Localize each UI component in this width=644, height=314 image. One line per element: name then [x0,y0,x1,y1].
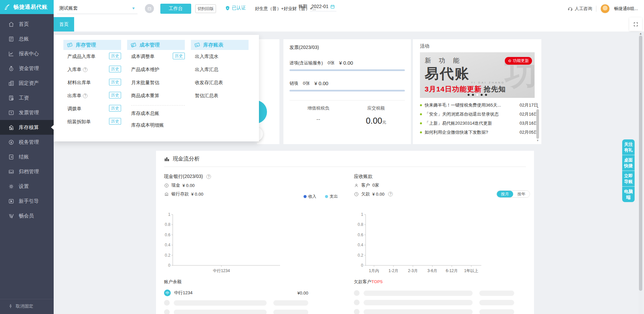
period-label: 账期 [299,3,307,11]
help-icon[interactable]: ? [206,174,211,179]
history-badge[interactable]: 历史 [109,53,121,59]
menu-item[interactable]: 材料出库单历史 [63,76,121,89]
scrollbar-thumb[interactable] [536,109,539,139]
badge-pc-client[interactable]: 电脑端 [622,187,635,202]
toggle-by-month[interactable]: 按月 [497,191,513,197]
menu-item[interactable]: 库存成本总账 [127,109,185,119]
sidebar-item-home[interactable]: 首页 [0,17,54,32]
menu-item[interactable]: 收发存汇总表 [191,76,249,89]
sidebar-item-archive[interactable]: 归档管理 [0,164,54,179]
account-set-selector[interactable]: 测试账套 ▼ [57,3,138,14]
page-scrollbar[interactable]: ▲ [639,32,643,314]
sidebar-item-label: 固定资产 [19,80,39,86]
page-scrollbar-thumb[interactable] [639,36,642,291]
scroll-down-arrow[interactable]: ▼ [536,139,539,142]
badge-desktop-shortcut[interactable]: 桌面快捷 [622,155,635,171]
menu-item[interactable]: 库存成本明细账 [127,119,185,132]
menu-item[interactable]: 产品成本维护 [127,63,185,76]
tab-home[interactable]: 首页 [54,17,74,32]
support-link[interactable]: 人工咨询 [568,6,592,12]
sidebar-item-fixed-assets[interactable]: 固定资产 [0,76,54,90]
carousel-dot[interactable] [472,94,474,96]
bullet-dot [420,122,422,124]
menu-item[interactable]: 暂估汇总表 [191,89,249,102]
history-badge[interactable]: 历史 [109,79,121,85]
menu-item[interactable]: 月末批量暂估 [127,76,185,89]
calendar-circle-button[interactable] [145,4,154,13]
svg-text:0.4: 0.4 [165,243,170,247]
switch-old-version-button[interactable]: 切到旧版 [195,4,216,13]
badge-import-now[interactable]: 立即导账 [622,171,635,187]
menu-item[interactable]: 产成品入库单历史 [63,50,121,63]
menu-item[interactable]: 成本调整单历史 [127,50,185,63]
scroll-up-arrow[interactable]: ▲ [639,32,643,36]
sidebar-item-funds[interactable]: 资金管理 [0,61,54,76]
history-badge[interactable]: 历史 [109,105,121,112]
customers-row: 客户0家 [354,182,532,188]
sidebar-item-general-ledger[interactable]: 总账 [0,32,54,46]
inventory-icon [8,124,14,131]
refresh-icon [508,59,512,63]
promo-banner[interactable]: 功 新 功 能 功能更新 易代账 YI DAI ZHANG 3月14日功能更新抢… [420,52,535,98]
chevron-down-icon: ▼ [131,6,136,10]
carousel-dot[interactable] [468,94,470,96]
user-name[interactable]: 畅捷通B组... [614,6,638,12]
ledger-icon [8,36,14,42]
activity-scrollbar[interactable]: ▲ ▼ [536,106,539,143]
menu-item[interactable]: 出入库汇总 [191,63,249,76]
help-icon[interactable]: ? [388,192,393,196]
logo-quill-icon [3,3,11,11]
carousel-dot[interactable] [476,94,478,96]
help-icon[interactable]: ? [83,93,88,98]
user-avatar[interactable] [600,4,610,13]
legend-income[interactable]: 收入 [304,194,316,199]
certified-badge[interactable]: 已认证 [225,5,246,11]
period-picker[interactable]: 2022-01 [310,4,336,11]
history-badge[interactable]: 历史 [173,53,185,59]
svg-text:0: 0 [168,263,170,268]
news-item[interactable]: 如何利用企业微信快速下发数据? 02月05日 [420,128,538,137]
vat-burden-cell: 增值税税负 -- [289,105,347,126]
sidebar-item-beginner-guide[interactable]: 新手引导 [0,194,54,208]
menu-item[interactable]: 组装拆卸单历史 [63,115,121,128]
history-badge[interactable]: 历史 [109,66,121,72]
svg-text:6-12月: 6-12月 [446,268,458,273]
news-item[interactable]: 「安全」关闭浏览器自动退出登录状态 02月16日 [420,110,538,119]
sidebar-item-tax-management[interactable]: 税务管理 [0,135,54,149]
history-badge[interactable]: 历史 [109,92,121,99]
menu-item[interactable]: 出库单?历史 [63,89,121,102]
news-item[interactable]: 快来薅羊毛！一键报税免费使用365天... 02月17日 [420,101,538,110]
history-badge[interactable]: 历史 [109,118,121,125]
menu-item[interactable]: 入库单?历史 [63,63,121,76]
badge-follow-gift[interactable]: 关注有礼 [622,139,635,155]
sidebar-item-inventory-accounting[interactable]: 库存核算 [0,120,54,135]
balance-row[interactable]: 中 中行1234 ¥0.00 [164,290,308,296]
workbench-button[interactable]: 工作台 [160,4,191,14]
toggle-by-year[interactable]: 按年 [513,191,530,197]
menu-item[interactable]: 商品成本重算 [127,89,185,102]
carousel-dot[interactable] [481,94,483,96]
sidebar-item-membership[interactable]: 畅会员 [0,208,54,223]
cash-row: 现金¥ 0.00 [164,182,347,188]
menu-item[interactable]: 出入库流水 [191,50,249,63]
bullet-dot [420,113,422,115]
sidebar-item-payroll[interactable]: 工资 [0,90,54,105]
sidebar-item-label: 归档管理 [19,169,39,175]
sidebar-item-settings[interactable]: 设置 [0,179,54,194]
sidebar-item-invoice-management[interactable]: 发票管理 [0,105,54,120]
help-icon[interactable]: ? [83,67,88,72]
gear-icon [8,183,14,190]
menu-item[interactable]: 调拨单历史 [63,102,121,115]
sidebar-item-label: 发票管理 [19,110,39,116]
app-logo[interactable]: 畅捷通易代账 [0,0,54,14]
sidebar-item-report-center[interactable]: 报表中心 [0,46,54,61]
fullscreen-button[interactable] [629,17,642,31]
carousel-dot[interactable] [485,94,487,96]
sidebar-item-closing[interactable]: 结账 [0,149,54,164]
news-item[interactable]: 「上新」易代账20230314迭代更新 03月16日 [420,119,538,128]
unpin-sidebar-button[interactable]: 取消固定 [0,299,54,314]
calendar-icon [147,6,152,11]
scroll-up-arrow[interactable]: ▲ [536,106,539,109]
clock-icon [354,192,359,197]
legend-expense[interactable]: 支出 [325,194,338,199]
